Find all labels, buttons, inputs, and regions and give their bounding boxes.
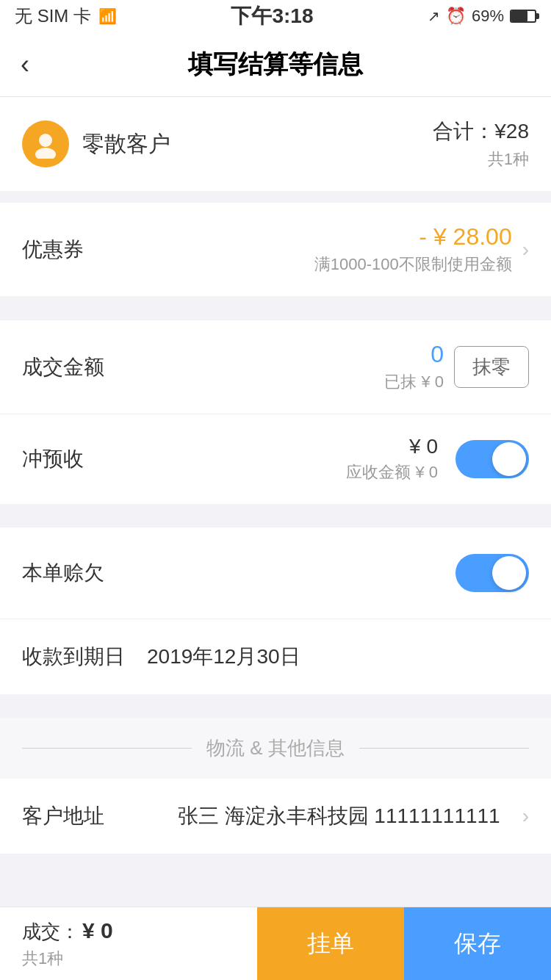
prepayment-value-area: ¥ 0 应收金额 ¥ 0 (346, 435, 438, 483)
avatar (22, 120, 69, 167)
coupon-sub: 满1000-100不限制使用金额 (314, 253, 512, 275)
transaction-label: 成交金额 (22, 353, 104, 381)
customer-left: 零散客户 (22, 120, 170, 167)
address-chevron: › (522, 804, 529, 828)
save-button[interactable]: 保存 (404, 907, 551, 980)
amount-section: 成交金额 0 已抹 ¥ 0 抹零 冲预收 ¥ 0 应收金额 ¥ 0 (0, 320, 551, 504)
coupon-value-area: - ¥ 28.00 满1000-100不限制使用金额 (314, 223, 512, 275)
prepayment-right: ¥ 0 应收金额 ¥ 0 (346, 435, 529, 483)
nav-bar: ‹ 填写结算等信息 (0, 32, 551, 97)
carrier-label: 无 SIM 卡 (15, 4, 91, 28)
bottom-deal-amount: ¥ 0 (82, 918, 113, 943)
logistics-line-left (22, 748, 192, 749)
coupon-right: - ¥ 28.00 满1000-100不限制使用金额 › (314, 223, 529, 275)
address-row[interactable]: 客户地址 张三 海淀永丰科技园 11111111111 › (0, 779, 551, 854)
debt-row: 本单赊欠 (0, 527, 551, 619)
svg-point-1 (35, 148, 56, 159)
status-time: 下午3:18 (231, 2, 313, 30)
divider-2 (0, 516, 551, 527)
transaction-sub: 已抹 ¥ 0 (384, 371, 444, 393)
prepayment-row: 冲预收 ¥ 0 应收金额 ¥ 0 (0, 414, 551, 504)
debt-toggle[interactable] (455, 554, 529, 592)
status-bar: 无 SIM 卡 📶 下午3:18 ↗ ⏰ 69% (0, 0, 551, 32)
wifi-icon: 📶 (98, 7, 117, 25)
round-down-button[interactable]: 抹零 (454, 346, 529, 388)
coupon-chevron: › (522, 238, 529, 262)
bottom-info: 成交： ¥ 0 共1种 (0, 907, 257, 980)
svg-point-0 (39, 134, 52, 147)
prepayment-toggle[interactable] (455, 440, 529, 478)
coupon-value: - ¥ 28.00 (314, 223, 512, 251)
address-section: 客户地址 张三 海淀永丰科技园 11111111111 › (0, 779, 551, 854)
bottom-deal-label: 成交： (22, 919, 79, 945)
total-amount-label: 合计：¥28 (433, 118, 529, 145)
bottom-count: 共1种 (22, 948, 235, 970)
alarm-icon: ⏰ (446, 7, 466, 26)
location-icon: ↗ (428, 7, 440, 25)
customer-name: 零散客户 (82, 129, 170, 159)
address-value: 张三 海淀永丰科技园 11111111111 (126, 802, 500, 830)
battery-icon (510, 10, 536, 23)
toggle-knob (492, 442, 526, 476)
transaction-value: 0 (384, 341, 444, 368)
debt-section: 本单赊欠 收款到期日 2019年12月30日 (0, 527, 551, 694)
debt-toggle-knob (492, 556, 526, 590)
total-count-label: 共1种 (433, 148, 529, 170)
customer-section: 零散客户 合计：¥28 共1种 (0, 97, 551, 191)
prepayment-label: 冲预收 (22, 445, 84, 473)
logistics-title: 物流 & 其他信息 (206, 735, 345, 761)
logistics-line-right (359, 748, 529, 749)
due-date-label: 收款到期日 (22, 643, 125, 671)
due-date-row: 收款到期日 2019年12月30日 (0, 619, 551, 694)
transaction-row: 成交金额 0 已抹 ¥ 0 抹零 (0, 320, 551, 414)
prepayment-sub: 应收金额 ¥ 0 (346, 461, 438, 483)
logistics-header: 物流 & 其他信息 (0, 718, 551, 779)
due-date-value: 2019年12月30日 (147, 643, 300, 671)
status-left: 无 SIM 卡 📶 (15, 4, 117, 28)
customer-total: 合计：¥28 共1种 (433, 118, 529, 170)
battery-label: 69% (472, 7, 504, 26)
bottom-bar: 成交： ¥ 0 共1种 挂单 保存 (0, 907, 551, 980)
prepayment-value: ¥ 0 (346, 435, 438, 458)
coupon-label: 优惠券 (22, 236, 84, 264)
bottom-deal-row: 成交： ¥ 0 (22, 918, 235, 945)
divider-1 (0, 308, 551, 320)
transaction-value-area: 0 已抹 ¥ 0 (384, 341, 444, 393)
hang-button[interactable]: 挂单 (257, 907, 404, 980)
address-label: 客户地址 (22, 802, 104, 830)
status-right: ↗ ⏰ 69% (428, 7, 536, 26)
coupon-section: 优惠券 - ¥ 28.00 满1000-100不限制使用金额 › (0, 203, 551, 296)
coupon-row[interactable]: 优惠券 - ¥ 28.00 满1000-100不限制使用金额 › (0, 203, 551, 296)
debt-label: 本单赊欠 (22, 559, 104, 587)
page-title: 填写结算等信息 (188, 48, 363, 82)
divider-3 (0, 706, 551, 718)
transaction-right: 0 已抹 ¥ 0 抹零 (384, 341, 529, 393)
back-button[interactable]: ‹ (21, 49, 29, 80)
customer-row: 零散客户 合计：¥28 共1种 (0, 97, 551, 191)
